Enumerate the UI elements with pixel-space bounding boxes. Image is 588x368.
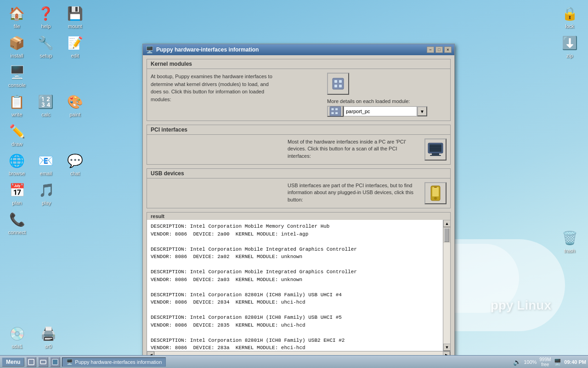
dialog-title-icon: 🖥️ xyxy=(146,46,153,53)
desktop-icon-zip[interactable]: ⬇️ zip xyxy=(555,32,584,60)
result-section: result DESCRIPTION: Intel Corporation Mo… xyxy=(147,212,451,359)
module-select-input[interactable] xyxy=(344,106,417,116)
kernel-modules-button[interactable] xyxy=(327,73,349,95)
desktop-icon-browse[interactable]: 🌐 browse xyxy=(2,150,31,178)
usb-section-title: USB devices xyxy=(147,169,450,178)
desktop-icon-edit[interactable]: 📝 edit xyxy=(61,32,90,60)
close-button[interactable]: × xyxy=(444,46,452,53)
minimize-button[interactable]: − xyxy=(427,46,434,53)
taskbar-app-item[interactable]: 🖥️ Puppy hardware-interfaces information xyxy=(62,357,166,367)
desktop-icon-help[interactable]: ❓ help xyxy=(31,2,60,31)
svg-rect-24 xyxy=(52,359,58,365)
install-icon: 📦 xyxy=(8,34,26,52)
console-label: console xyxy=(8,82,26,88)
pci-scan-button[interactable] xyxy=(424,138,447,161)
svg-rect-0 xyxy=(333,78,344,89)
svg-rect-5 xyxy=(330,107,341,116)
svg-rect-6 xyxy=(331,108,334,110)
usb-section-body: USB interfaces are part of the PCI inter… xyxy=(147,178,450,208)
scroll-up-arrow[interactable]: ▲ xyxy=(443,220,450,227)
help-icon: ❓ xyxy=(37,4,55,23)
taskbar: Menu 🖥️ Puppy hardware-interfaces inform… xyxy=(0,355,588,368)
scroll-track[interactable] xyxy=(443,243,450,344)
result-scrollbar-vertical[interactable]: ▲ ▼ xyxy=(443,220,450,351)
module-selector: ▼ xyxy=(327,106,427,117)
plan-label: plan xyxy=(12,200,22,206)
desktop-icon-lock[interactable]: 🔒 lock xyxy=(555,2,584,31)
svg-rect-4 xyxy=(339,85,342,87)
pci-section-body: Most of the hardware interfaces inside a… xyxy=(147,135,450,164)
svg-rect-8 xyxy=(331,112,334,114)
svg-rect-2 xyxy=(339,80,342,83)
desktop-icon-email[interactable]: 📧 email xyxy=(31,150,60,178)
connect-icon: 📞 xyxy=(8,210,26,229)
bottom-icons: 💿 sda1 🖨️ sr0 xyxy=(2,322,63,352)
sr0-label: sr0 xyxy=(45,344,51,349)
dialog-content: Kernel modules At bootup, Puppy examines… xyxy=(143,55,454,368)
pci-section: PCI interfaces Most of the hardware inte… xyxy=(147,125,451,165)
taskbar-btn-3[interactable] xyxy=(50,357,60,367)
maximize-button[interactable]: □ xyxy=(435,46,443,53)
svg-rect-16 xyxy=(432,153,439,155)
desktop-icon-console[interactable]: 🖥️ console xyxy=(2,61,32,90)
desktop-icon-sr0[interactable]: 🖨️ sr0 xyxy=(34,322,63,351)
kernel-right-panel: More details on each loaded module: xyxy=(327,73,447,117)
svg-rect-22 xyxy=(28,359,34,365)
kernel-section-title: Kernel modules xyxy=(147,59,450,69)
scroll-thumb[interactable] xyxy=(444,228,449,242)
puppy-mascot-text: ppy Linux xyxy=(491,298,551,313)
file-label: file xyxy=(14,23,20,29)
lock-icon: 🔒 xyxy=(560,4,579,23)
draw-label: draw xyxy=(11,141,23,147)
taskbar-btn-1[interactable] xyxy=(26,357,36,367)
scroll-down-arrow[interactable]: ▼ xyxy=(443,344,450,351)
taskbar-btn-2[interactable] xyxy=(38,357,48,367)
desktop-icon-calc[interactable]: 🔢 calc xyxy=(31,91,60,119)
usb-text: USB interfaces are part of the PCI inter… xyxy=(288,182,421,203)
usb-scan-button[interactable] xyxy=(424,182,447,204)
calc-icon: 🔢 xyxy=(37,92,55,111)
desktop-icon-draw[interactable]: ✏️ draw xyxy=(2,120,32,149)
desktop-icon-connect[interactable]: 📞 connect xyxy=(2,208,32,237)
setup-label: setup xyxy=(40,53,52,58)
help-label: help xyxy=(41,23,51,29)
edit-label: edit xyxy=(71,53,79,58)
desktop-icon-mount[interactable]: 💾 mount xyxy=(61,2,90,31)
edit-icon: 📝 xyxy=(66,34,84,52)
desktop-icon-setup[interactable]: 🔧 setup xyxy=(31,32,60,60)
setup-icon: 🔧 xyxy=(37,34,55,52)
memory-indicator: 999Mfree xyxy=(539,357,551,367)
pci-section-title: PCI interfaces xyxy=(147,125,450,135)
desktop-icon-plan[interactable]: 📅 plan xyxy=(2,179,32,207)
desktop-icon-play[interactable]: 🎵 play xyxy=(32,179,61,207)
paint-icon: 🎨 xyxy=(66,92,84,111)
chat-label: chat xyxy=(70,171,80,176)
desktop-icon-write[interactable]: 📋 write xyxy=(2,91,31,119)
console-icon: 🖥️ xyxy=(8,63,26,81)
mount-icon: 💾 xyxy=(66,4,84,23)
plan-icon: 📅 xyxy=(8,181,26,199)
kernel-text: At bootup, Puppy examines the hardware i… xyxy=(151,73,323,103)
desktop-icon-paint[interactable]: 🎨 paint xyxy=(61,91,90,119)
kernel-module-btn-row xyxy=(327,73,349,95)
sr0-icon: 🖨️ xyxy=(39,324,57,343)
svg-rect-3 xyxy=(334,85,337,87)
email-icon: 📧 xyxy=(37,151,55,170)
hardware-dialog: 🖥️ Puppy hardware-interfaces information… xyxy=(142,44,455,368)
sda1-label: sda1 xyxy=(11,344,23,349)
module-detail-button[interactable] xyxy=(327,106,344,117)
taskbar-app-icon: 🖥️ xyxy=(66,359,73,365)
svg-rect-7 xyxy=(335,108,338,110)
desktop-icon-trash[interactable]: 🗑️ trash xyxy=(555,227,584,255)
desktop-icon-sda1[interactable]: 💿 sda1 xyxy=(2,322,32,351)
desktop-icon-chat[interactable]: 💬 chat xyxy=(61,150,90,178)
kernel-description: At bootup, Puppy examines the hardware i… xyxy=(151,73,323,103)
browse-icon: 🌐 xyxy=(8,151,26,170)
module-dropdown-button[interactable]: ▼ xyxy=(417,106,427,116)
desktop-icon-install[interactable]: 📦 install xyxy=(2,32,31,60)
taskbar-menu-button[interactable]: Menu xyxy=(2,357,24,367)
mount-label: mount xyxy=(68,23,82,29)
install-label: install xyxy=(11,53,23,58)
desktop-icon-file[interactable]: 🏠 file xyxy=(2,2,31,31)
audio-icon[interactable]: 🔊 xyxy=(513,358,521,366)
